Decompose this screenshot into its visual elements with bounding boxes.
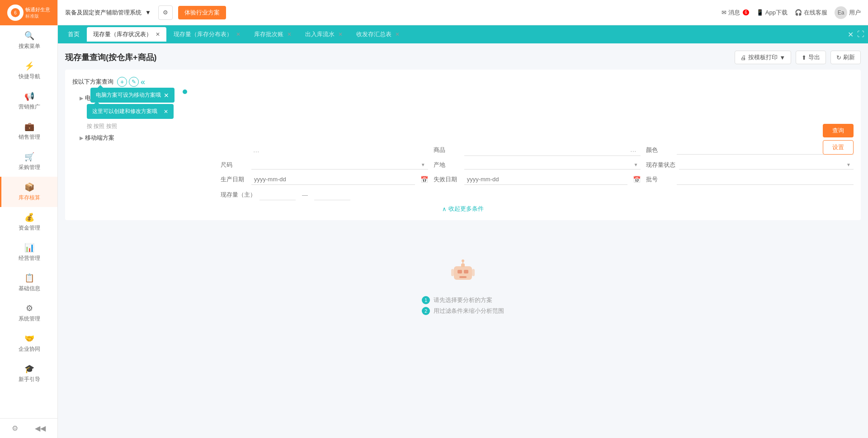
filter-row-3: 生产日期 📅 失效日期 📅 批号: [217, 174, 854, 185]
sidebar-item-guide[interactable]: 🎓 新手引导: [0, 358, 57, 389]
tab-inventory-dist[interactable]: 现存量（库存分布表） ✕: [167, 27, 247, 42]
tab-collect-summary[interactable]: 收发存汇总表 ✕: [350, 27, 406, 42]
svg-point-8: [462, 259, 464, 262]
message-btn[interactable]: ✉ 消息 6: [722, 9, 749, 17]
chevron-up-icon: ∧: [442, 206, 447, 212]
topbar-right: ✉ 消息 6 📱 App下载 🎧 在线客服 Ea 用户: [722, 6, 861, 19]
filter-back-btn[interactable]: «: [141, 77, 145, 87]
goods-dots[interactable]: ...: [628, 146, 638, 154]
sidebar-footer: ⚙ ◀◀: [0, 418, 57, 438]
main-area: 装备及固定资产辅助管理系统 ▼ ⚙ 体验行业方案 ✉ 消息 6 📱 App下载 …: [58, 0, 868, 438]
sidebar-item-system[interactable]: ⚙ 系统管理: [0, 298, 57, 328]
tabbar-end: ✕ ⛶: [848, 30, 864, 39]
produce-date-calendar-icon[interactable]: 📅: [420, 176, 428, 183]
scheme-mobile-item[interactable]: ▶ 移动端方案: [76, 132, 854, 144]
sidebar-item-marketing[interactable]: 📢 营销推广: [0, 86, 57, 116]
tree-arrow-icon: ▶: [80, 95, 83, 101]
goods-select[interactable]: ...: [464, 144, 641, 156]
empty-illustration: [445, 253, 481, 289]
quick-nav-icon: ⚡: [24, 61, 34, 71]
settings-footer-btn[interactable]: ⚙: [12, 424, 18, 433]
batch-input[interactable]: [677, 174, 854, 185]
svg-rect-3: [458, 270, 462, 273]
tab-batch-ledger-close[interactable]: ✕: [287, 31, 292, 38]
sidebar-item-operations[interactable]: 📊 经营管理: [0, 237, 57, 268]
message-icon: ✉: [722, 9, 726, 16]
empty-state: 1 请先选择要分析的方案 2 用过滤条件来缩小分析范围: [65, 226, 861, 345]
sidebar-item-enterprise[interactable]: 🤝 企业协同: [0, 328, 57, 358]
refresh-btn[interactable]: ↻ 刷新: [830, 51, 861, 64]
tab-inventory-status[interactable]: 现存量（库存状况表） ✕: [87, 27, 166, 42]
stock-main-to-input[interactable]: [314, 189, 350, 200]
topbar: 装备及固定资产辅助管理系统 ▼ ⚙ 体验行业方案 ✉ 消息 6 📱 App下载 …: [58, 0, 868, 25]
filter-field-expire-date: 失效日期 📅: [434, 174, 641, 185]
filter-edit-btn[interactable]: ✎: [129, 77, 139, 87]
tab-inventory-status-close[interactable]: ✕: [156, 31, 160, 38]
scheme-tree: ▶ 电脑端方案 这里可以创建和修改方案哦 ✕ 按 按照 按照 ▶ 移动端方案: [76, 92, 854, 144]
sidebar: 6 畅通好生意 标准版 🔍 搜索菜单 ⚡ 快捷导航 📢 营销推广 💼 销售管理 …: [0, 0, 58, 438]
sidebar-item-search[interactable]: 🔍 搜索菜单: [0, 25, 57, 56]
produce-date-input[interactable]: [251, 174, 415, 185]
page-title: 现存量查询(按仓库+商品): [65, 52, 157, 63]
filter-field-batch: 批号: [646, 174, 854, 185]
tabbar: 首页 现存量（库存状况表） ✕ 现存量（库存分布表） ✕ 库存批次账 ✕ 出入库…: [58, 25, 868, 43]
filter-field-warehouse: ...: [221, 144, 428, 156]
sidebar-item-finance[interactable]: 💰 资金管理: [0, 207, 57, 237]
empty-step-1: 1 请先选择要分析的方案: [422, 296, 504, 304]
search-btn[interactable]: 查询: [823, 124, 854, 137]
content-area: 现存量查询(按仓库+商品) 🖨 按模板打印 ▼ ⬆ 导出 ↻ 刷新: [58, 43, 868, 438]
reset-btn[interactable]: 设置: [823, 140, 854, 155]
app-download-btn[interactable]: 📱 App下载: [756, 9, 788, 17]
refresh-icon: ↻: [836, 54, 841, 61]
filter-add-btn[interactable]: +: [117, 77, 127, 87]
tab-in-out-flow[interactable]: 出入库流水 ✕: [299, 27, 349, 42]
tab-inventory-dist-close[interactable]: ✕: [236, 31, 241, 38]
sidebar-item-purchase[interactable]: 🛒 采购管理: [0, 146, 57, 177]
size-select[interactable]: ▼: [251, 160, 428, 170]
expire-date-calendar-icon[interactable]: 📅: [633, 176, 641, 183]
stock-status-select[interactable]: ▼: [679, 160, 854, 170]
export-btn[interactable]: ⬆ 导出: [796, 51, 826, 64]
filter-row-4: 现存量（主） —: [217, 189, 854, 200]
collapse-sidebar-btn[interactable]: ◀◀: [35, 424, 46, 433]
page-actions: 🖨 按模板打印 ▼ ⬆ 导出 ↻ 刷新: [735, 51, 861, 64]
system-dropdown[interactable]: ▼: [145, 9, 151, 16]
tab-batch-ledger[interactable]: 库存批次账 ✕: [248, 27, 298, 42]
warehouse-dots[interactable]: ...: [251, 146, 261, 154]
sidebar-item-inventory[interactable]: 📦 库存核算: [0, 177, 57, 207]
topbar-settings-btn[interactable]: ⚙: [158, 5, 173, 20]
operations-icon: 📊: [24, 243, 34, 253]
popover-create-close[interactable]: ✕: [164, 108, 168, 115]
close-all-tabs-btn[interactable]: ✕: [848, 30, 854, 39]
tab-in-out-flow-close[interactable]: ✕: [338, 31, 343, 38]
stock-main-from-input[interactable]: [259, 189, 296, 200]
popover-scheme-close[interactable]: ✕: [164, 92, 169, 99]
tab-home[interactable]: 首页: [61, 27, 86, 42]
search-btns: 查询 设置: [823, 124, 854, 155]
svg-rect-9: [451, 269, 454, 276]
scheme-desktop-item[interactable]: ▶ 电脑端方案: [76, 92, 854, 104]
fullscreen-btn[interactable]: ⛶: [857, 30, 864, 39]
marketing-icon: 📢: [24, 91, 34, 101]
print-icon: 🖨: [741, 54, 746, 61]
system-icon: ⚙: [26, 303, 33, 313]
template-print-btn[interactable]: 🖨 按模板打印 ▼: [735, 51, 791, 64]
search-icon: 🔍: [24, 31, 34, 41]
purchase-icon: 🛒: [24, 152, 34, 162]
online-support-btn[interactable]: 🎧 在线客服: [795, 9, 827, 17]
sidebar-item-quick-nav[interactable]: ⚡ 快捷导航: [0, 56, 57, 86]
industry-btn[interactable]: 体验行业方案: [178, 6, 226, 19]
tab-collect-summary-close[interactable]: ✕: [395, 31, 400, 38]
origin-select[interactable]: ▼: [464, 160, 641, 170]
scheme-warehouse-label: 按 按照 按照: [76, 122, 854, 130]
sales-icon: 💼: [24, 122, 34, 132]
system-title: 装备及固定资产辅助管理系统: [65, 9, 142, 17]
origin-chevron-icon: ▼: [633, 162, 638, 167]
user-profile-btn[interactable]: Ea 用户: [835, 6, 861, 19]
sidebar-item-basic[interactable]: 📋 基础信息: [0, 268, 57, 298]
enterprise-icon: 🤝: [24, 334, 34, 344]
sidebar-item-sales[interactable]: 💼 销售管理: [0, 116, 57, 146]
sidebar-logo: 6 畅通好生意 标准版: [0, 0, 57, 25]
expire-date-input[interactable]: [464, 174, 628, 185]
filter-collapse-btn[interactable]: ∧ 收起更多条件: [72, 205, 854, 213]
